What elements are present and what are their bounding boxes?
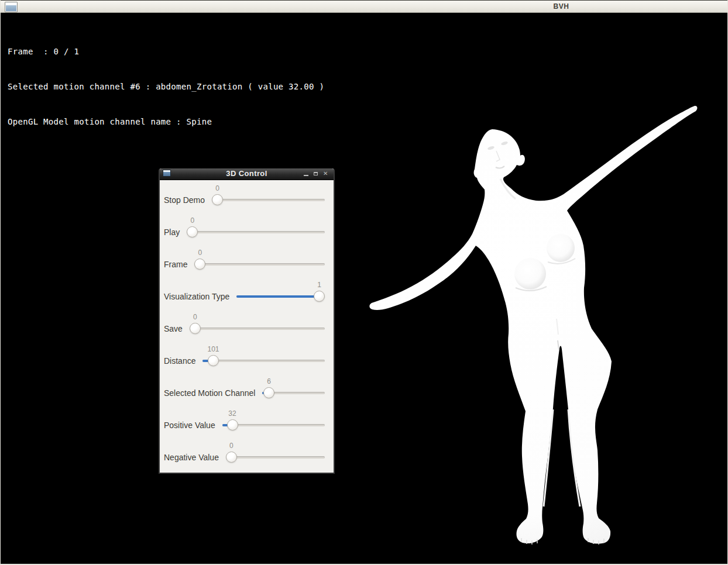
slider-track[interactable] <box>202 360 325 362</box>
slider[interactable]: 0 <box>212 194 325 205</box>
slider-track[interactable] <box>226 456 325 459</box>
slider-label: Stop Demo <box>164 195 205 205</box>
control-panel-window: 3D Control ✕ Stop Demo 0 Play 0 Frame <box>159 168 335 474</box>
control-panel-body: Stop Demo 0 Play 0 Frame 0 Visualization… <box>160 180 334 473</box>
gl-status-text: Frame : 0 / 1 Selected motion channel #6… <box>8 22 324 151</box>
slider-handle[interactable] <box>227 419 238 430</box>
slider[interactable]: 1 <box>236 291 325 302</box>
slider[interactable]: 32 <box>222 419 325 430</box>
slider[interactable]: 0 <box>194 259 325 270</box>
app-window-icon <box>5 2 18 12</box>
slider[interactable]: 0 <box>187 226 325 237</box>
status-line-model: OpenGL Model motion channel name : Spine <box>8 116 324 128</box>
slider-row-frame: Frame 0 <box>160 248 334 280</box>
slider-row-selected-motion-channel: Selected Motion Channel 6 <box>160 377 334 409</box>
minimize-icon <box>304 175 308 176</box>
slider-value: 0 <box>215 184 219 192</box>
slider-track[interactable] <box>212 199 325 201</box>
slider-value: 6 <box>267 377 271 385</box>
slider-label: Visualization Type <box>164 292 229 301</box>
slider-value: 1 <box>317 281 321 289</box>
status-line-channel: Selected motion channel #6 : abdomen_Zro… <box>8 81 324 92</box>
window-title: BVH <box>554 2 569 11</box>
slider-handle[interactable] <box>208 355 219 366</box>
slider-row-positive-value: Positive Value 32 <box>160 409 334 441</box>
slider-row-visualization-type: Visualization Type 1 <box>160 280 334 312</box>
slider-value: 0 <box>193 313 197 321</box>
slider-label: Positive Value <box>164 421 215 430</box>
slider[interactable]: 101 <box>202 355 325 366</box>
slider-row-play: Play 0 <box>160 216 334 248</box>
slider-value: 101 <box>207 345 219 353</box>
gl-viewport[interactable]: Frame : 0 / 1 Selected motion channel #6… <box>1 13 727 564</box>
slider-handle[interactable] <box>194 259 205 270</box>
slider[interactable]: 0 <box>226 452 325 463</box>
slider-handle[interactable] <box>226 452 237 463</box>
slider[interactable]: 0 <box>190 323 325 334</box>
slider-handle[interactable] <box>263 387 274 398</box>
maximize-icon <box>314 172 318 175</box>
application-window: BVH <box>0 0 728 565</box>
slider-label: Save <box>164 324 183 333</box>
slider-handle[interactable] <box>187 226 198 237</box>
maximize-button[interactable] <box>312 168 321 180</box>
slider-label: Selected Motion Channel <box>164 388 255 398</box>
slider-row-distance: Distance 101 <box>160 344 334 377</box>
status-line-frame: Frame : 0 / 1 <box>8 46 324 57</box>
slider-track[interactable] <box>194 263 325 266</box>
slider-label: Play <box>164 228 180 237</box>
slider-track[interactable] <box>187 231 325 233</box>
slider-track[interactable] <box>190 328 325 330</box>
slider-fill <box>236 295 320 298</box>
slider-value: 0 <box>198 249 202 257</box>
slider-label: Frame <box>164 260 187 269</box>
minimize-button[interactable] <box>302 168 311 180</box>
control-panel-titlebar[interactable]: 3D Control ✕ <box>160 168 334 180</box>
slider-label: Negative Value <box>164 453 219 462</box>
slider-row-stop-demo: Stop Demo 0 <box>160 184 334 216</box>
slider-row-negative-value: Negative Value 0 <box>160 441 334 473</box>
slider-handle[interactable] <box>314 291 325 302</box>
slider-handle[interactable] <box>190 323 201 334</box>
slider-value: 0 <box>229 442 233 450</box>
slider-value: 32 <box>228 409 236 418</box>
slider[interactable]: 6 <box>262 387 325 398</box>
slider-row-save: Save 0 <box>160 312 334 344</box>
window-titlebar[interactable]: BVH <box>1 0 727 13</box>
slider-value: 0 <box>190 216 194 225</box>
close-icon: ✕ <box>323 170 328 177</box>
slider-handle[interactable] <box>212 194 223 205</box>
close-button[interactable]: ✕ <box>322 168 331 180</box>
slider-label: Distance <box>164 356 195 366</box>
